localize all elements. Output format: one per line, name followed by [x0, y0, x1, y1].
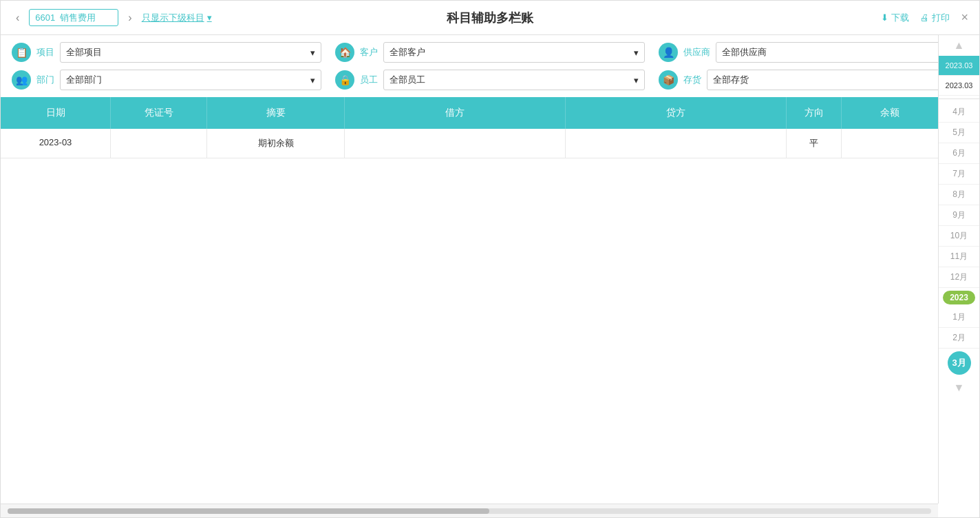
print-icon: 🖨	[920, 12, 929, 23]
title-left: ‹ › 只显示下级科目 ▾	[12, 9, 212, 26]
sidebar-item-2023-03-first[interactable]: 2023.03	[939, 56, 979, 76]
filter-customer-row: 🏠 客户 全部客户 ▾	[335, 42, 645, 63]
department-icon: 👥	[12, 70, 31, 90]
project-select[interactable]: 全部项目 ▾	[60, 42, 321, 63]
project-icon: 📋	[12, 43, 31, 62]
close-button[interactable]: ×	[961, 10, 968, 25]
download-button[interactable]: ⬇ 下载	[881, 12, 909, 24]
filter-supplier-row: 👤 供应商 全部供应商 ▾	[659, 42, 968, 63]
sidebar-year-2023[interactable]: 2023	[939, 288, 979, 307]
sidebar: ▲ 2023.03 2023.03 4月 5月 6月 7月 8月 9月 10月 …	[938, 35, 979, 504]
nav-next-button[interactable]: ›	[124, 10, 136, 25]
supplier-select[interactable]: 全部供应商 ▾	[716, 42, 968, 63]
chevron-down-icon: ▾	[207, 12, 212, 23]
col-debit: 借方	[345, 97, 566, 129]
sidebar-item-2023-03-second[interactable]: 2023.03	[939, 76, 979, 96]
show-sub-button[interactable]: 只显示下级科目 ▾	[142, 12, 212, 24]
project-label: 项目	[36, 46, 54, 59]
sidebar-item-3-current[interactable]: 3月	[939, 349, 979, 377]
page-title: 科目辅助多栏账	[447, 10, 533, 26]
sidebar-item-10[interactable]: 10月	[939, 226, 979, 247]
sidebar-item-1[interactable]: 1月	[939, 307, 979, 328]
table-header: 日期 凭证号 摘要 借方 贷方 方向 余额	[1, 97, 938, 129]
inventory-label: 存货	[683, 74, 701, 86]
sidebar-down-arrow[interactable]: ▼	[939, 377, 979, 398]
col-summary: 摘要	[207, 97, 345, 129]
horizontal-scroll-track[interactable]	[8, 508, 931, 514]
department-select[interactable]: 全部部门 ▾	[60, 70, 321, 90]
col-credit: 贷方	[566, 97, 787, 129]
filter-inventory-row: 📦 存货 全部存货 ▾	[659, 70, 968, 90]
sidebar-item-7[interactable]: 7月	[939, 164, 979, 185]
chevron-down-icon: ▾	[310, 48, 315, 58]
cell-debit	[345, 129, 566, 158]
sidebar-item-12[interactable]: 12月	[939, 267, 979, 288]
supplier-label: 供应商	[683, 46, 710, 59]
chevron-down-icon: ▾	[634, 75, 639, 85]
filter-employee-row: 🔒 员工 全部员工 ▾	[335, 70, 645, 90]
sidebar-up-arrow[interactable]: ▲	[939, 35, 979, 56]
title-bar: ‹ › 只显示下级科目 ▾ 科目辅助多栏账 ⬇ 下载 🖨 打印 ×	[1, 1, 979, 35]
customer-icon: 🏠	[335, 43, 354, 62]
bottom-scrollbar[interactable]	[1, 504, 938, 517]
customer-label: 客户	[360, 46, 378, 59]
sidebar-item-6[interactable]: 6月	[939, 143, 979, 164]
filter-area: 📋 项目 全部项目 ▾ 🏠 客户 全部客户 ▾ 👤 供应商 全部供应商 ▾	[1, 35, 979, 97]
sidebar-item-2[interactable]: 2月	[939, 328, 979, 349]
inventory-icon: 📦	[659, 70, 678, 90]
print-button[interactable]: 🖨 打印	[920, 12, 950, 24]
sidebar-item-9[interactable]: 9月	[939, 205, 979, 226]
sidebar-item-8[interactable]: 8月	[939, 185, 979, 205]
cell-direction: 平	[787, 129, 842, 158]
sidebar-top-section: 2023.03 2023.03	[939, 56, 979, 99]
sidebar-item-11[interactable]: 11月	[939, 247, 979, 267]
filter-project-row: 📋 项目 全部项目 ▾	[12, 42, 321, 63]
show-sub-label: 只显示下级科目	[142, 12, 204, 24]
main-window: ‹ › 只显示下级科目 ▾ 科目辅助多栏账 ⬇ 下载 🖨 打印 × 📋 项目	[0, 0, 980, 518]
nav-prev-button[interactable]: ‹	[12, 10, 23, 25]
employee-icon: 🔒	[335, 70, 354, 90]
department-label: 部门	[36, 74, 54, 86]
filter-department-row: 👥 部门 全部部门 ▾	[12, 70, 321, 90]
chevron-down-icon: ▾	[634, 48, 639, 58]
customer-select[interactable]: 全部客户 ▾	[383, 42, 645, 63]
title-right: ⬇ 下载 🖨 打印 ×	[881, 10, 968, 25]
cell-credit	[566, 129, 787, 158]
cell-date: 2023-03	[1, 129, 111, 158]
sidebar-item-4[interactable]: 4月	[939, 102, 979, 123]
table-row: 2023-03 期初余额 平	[1, 129, 938, 158]
supplier-icon: 👤	[659, 43, 678, 62]
cell-summary: 期初余额	[207, 129, 345, 158]
inventory-select[interactable]: 全部存货 ▾	[707, 70, 968, 90]
table-area: 日期 凭证号 摘要 借方 贷方 方向 余额 2023-03 期初余额 平	[1, 97, 938, 158]
chevron-down-icon: ▾	[310, 75, 315, 85]
employee-select[interactable]: 全部员工 ▾	[383, 70, 645, 90]
cell-voucher	[111, 129, 207, 158]
col-balance: 余额	[842, 97, 938, 129]
account-input[interactable]	[29, 9, 118, 26]
employee-label: 员工	[360, 74, 378, 86]
table-body: 2023-03 期初余额 平	[1, 129, 938, 158]
col-date: 日期	[1, 97, 111, 129]
download-icon: ⬇	[881, 12, 888, 23]
col-voucher: 凭证号	[111, 97, 207, 129]
sidebar-item-5[interactable]: 5月	[939, 123, 979, 143]
cell-balance	[842, 129, 938, 158]
col-direction: 方向	[787, 97, 842, 129]
horizontal-scroll-thumb[interactable]	[8, 508, 489, 514]
